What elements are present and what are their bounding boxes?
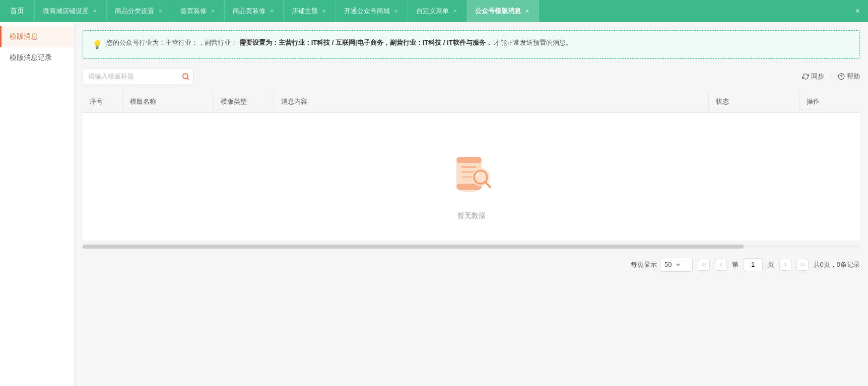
close-tab-mp-shop[interactable]: × bbox=[393, 7, 399, 16]
notice-box: 💡 您的公众号行业为：主营行业：，副营行业： 需要设置为：主营行业：IT科技 /… bbox=[83, 30, 860, 59]
nav-tab-product-decor-label: 商品页装修 bbox=[233, 7, 265, 16]
prev-page-button[interactable] bbox=[715, 259, 727, 271]
nav-tab-template-msg[interactable]: 公众号模版消息 × bbox=[467, 0, 539, 22]
prev-page-icon bbox=[718, 262, 724, 268]
svg-point-14 bbox=[477, 173, 480, 176]
last-page-button[interactable] bbox=[796, 259, 809, 271]
toolbar-right: 同步 | 帮助 bbox=[802, 72, 860, 81]
close-all-tabs-button[interactable]: × bbox=[847, 0, 868, 22]
close-tab-category[interactable]: × bbox=[157, 7, 164, 16]
nav-tab-home-decor-label: 首页装修 bbox=[180, 7, 207, 16]
col-header-content: 消息内容 bbox=[274, 91, 709, 112]
search-bar: 同步 | 帮助 bbox=[83, 68, 860, 85]
notice-text: 您的公众号行业为：主营行业：，副营行业： 需要设置为：主营行业：IT科技 / 互… bbox=[106, 38, 572, 48]
first-page-icon bbox=[701, 262, 707, 268]
total-records-text: 共0页，0条记录 bbox=[814, 260, 860, 269]
nav-tab-home[interactable]: 首页 bbox=[0, 0, 35, 22]
col-header-action: 操作 bbox=[799, 91, 860, 112]
horizontal-scrollbar[interactable] bbox=[83, 245, 860, 249]
svg-rect-8 bbox=[461, 166, 477, 168]
page-size-dropdown[interactable]: 50 bbox=[660, 258, 692, 272]
scrollbar-thumb[interactable] bbox=[83, 245, 744, 249]
search-button[interactable] bbox=[182, 72, 189, 80]
nav-tab-home-decor[interactable]: 首页装修 × bbox=[172, 0, 225, 22]
next-page-button[interactable] bbox=[779, 259, 791, 271]
sync-label: 同步 bbox=[811, 72, 824, 81]
svg-line-1 bbox=[187, 78, 188, 80]
page-size-value: 50 bbox=[664, 261, 672, 268]
nav-tab-custom-menu[interactable]: 自定义菜单 × bbox=[408, 0, 467, 22]
empty-text: 暂无数据 bbox=[457, 211, 486, 220]
close-tab-shop-setting[interactable]: × bbox=[92, 7, 98, 16]
svg-rect-9 bbox=[461, 171, 474, 173]
col-header-index: 序号 bbox=[83, 91, 123, 112]
nav-tab-template-msg-label: 公众号模版消息 bbox=[475, 7, 521, 16]
nav-tab-category[interactable]: 商品分类设置 × bbox=[107, 0, 172, 22]
notice-suffix: 才能正常发送预置的消息。 bbox=[494, 39, 572, 46]
nav-tab-mp-shop[interactable]: 开通公众号商城 × bbox=[336, 0, 408, 22]
sync-button[interactable]: 同步 bbox=[802, 72, 824, 81]
help-button[interactable]: 帮助 bbox=[838, 72, 860, 81]
main-layout: 模版消息 模版消息记录 💡 您的公众号行业为：主营行业：，副营行业： 需要设置为… bbox=[0, 22, 868, 386]
toolbar-divider: | bbox=[830, 72, 832, 80]
sidebar-item-template-msg-label: 模版消息 bbox=[10, 32, 38, 40]
notice-prefix: 您的公众号行业为：主营行业：，副营行业： bbox=[106, 39, 237, 46]
close-tab-template-msg[interactable]: × bbox=[524, 7, 530, 16]
chevron-down-icon bbox=[675, 262, 681, 268]
pagination-bar: 每页显示 50 第 页 bbox=[83, 253, 860, 274]
nav-tab-mp-shop-label: 开通公众号商城 bbox=[344, 7, 390, 16]
last-page-icon bbox=[799, 262, 806, 268]
col-header-name: 模版名称 bbox=[123, 91, 214, 112]
empty-icon bbox=[441, 143, 502, 203]
sidebar-item-template-msg[interactable]: 模版消息 bbox=[0, 26, 74, 47]
bulb-icon: 💡 bbox=[92, 38, 102, 51]
sidebar-item-template-msg-record[interactable]: 模版消息记录 bbox=[0, 47, 74, 68]
close-tab-product-decor[interactable]: × bbox=[269, 7, 275, 16]
col-header-type: 模版类型 bbox=[214, 91, 274, 112]
close-tab-home-decor[interactable]: × bbox=[210, 7, 216, 16]
page-size-label: 每页显示 bbox=[631, 260, 657, 269]
nav-tab-product-decor[interactable]: 商品页装修 × bbox=[225, 0, 284, 22]
page-label-suffix: 页 bbox=[768, 260, 774, 269]
template-search-input[interactable] bbox=[83, 68, 193, 85]
col-header-status: 状态 bbox=[709, 91, 799, 112]
table-container: 序号 模版名称 模版类型 消息内容 状态 操作 bbox=[83, 91, 860, 241]
help-label: 帮助 bbox=[847, 72, 860, 81]
svg-rect-6 bbox=[456, 157, 482, 163]
nav-tab-theme-label: 店铺主题 bbox=[292, 7, 318, 16]
current-page-input[interactable] bbox=[744, 258, 763, 271]
sidebar: 模版消息 模版消息记录 bbox=[0, 22, 75, 386]
home-tab-label: 首页 bbox=[10, 7, 24, 16]
top-navigation: 首页 微商城店铺设置 × 商品分类设置 × 首页装修 × 商品页装修 × 店铺主… bbox=[0, 0, 868, 22]
empty-state: 暂无数据 bbox=[83, 113, 860, 241]
sidebar-item-template-msg-record-label: 模版消息记录 bbox=[10, 53, 52, 61]
nav-tab-shop-setting[interactable]: 微商城店铺设置 × bbox=[35, 0, 107, 22]
close-tab-theme[interactable]: × bbox=[321, 7, 327, 16]
notice-highlight: 需要设置为：主营行业：IT科技 / 互联网|电子商务，副营行业：IT科技 / I… bbox=[239, 39, 492, 46]
search-input-wrapper bbox=[83, 68, 193, 85]
first-page-button[interactable] bbox=[698, 259, 710, 271]
next-page-icon bbox=[782, 262, 788, 268]
close-tab-custom-menu[interactable]: × bbox=[452, 7, 458, 16]
content-area: 💡 您的公众号行业为：主营行业：，副营行业： 需要设置为：主营行业：IT科技 /… bbox=[75, 22, 868, 386]
nav-tab-shop-setting-label: 微商城店铺设置 bbox=[43, 7, 89, 16]
nav-tab-custom-menu-label: 自定义菜单 bbox=[416, 7, 449, 16]
nav-tab-category-label: 商品分类设置 bbox=[115, 7, 154, 16]
table-header: 序号 模版名称 模版类型 消息内容 状态 操作 bbox=[83, 91, 860, 113]
page-size-selector: 每页显示 50 bbox=[631, 258, 692, 272]
nav-tab-theme[interactable]: 店铺主题 × bbox=[284, 0, 336, 22]
page-label-prefix: 第 bbox=[732, 260, 739, 269]
